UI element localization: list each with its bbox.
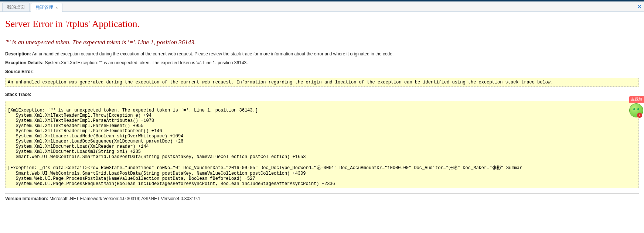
error-title: Server Error in '/tplus' Application.	[5, 18, 639, 32]
description-block: Description: An unhandled exception occu…	[5, 51, 639, 56]
version-label: Version Information:	[5, 196, 48, 201]
version-text: Microsoft .NET Framework Version:4.0.303…	[50, 196, 200, 201]
exception-details-block: Exception Details: System.Xml.XmlExcepti…	[5, 60, 639, 65]
exception-details-text: System.Xml.XmlException: '"' is an unexp…	[45, 60, 248, 65]
tab-bar: 我的桌面 凭证管理 × ✕	[0, 1, 644, 12]
error-subtitle: '"' is an unexpected token. The expected…	[5, 39, 639, 46]
description-text: An unhandled exception occurred during t…	[32, 51, 394, 56]
tab-label: 我的桌面	[7, 4, 25, 10]
tab-label: 凭证管理	[35, 4, 53, 11]
source-error-box: An unhandled exception was generated dur…	[5, 78, 639, 87]
tab-close-icon[interactable]: ×	[55, 6, 58, 10]
tab-desktop[interactable]: 我的桌面	[2, 3, 30, 11]
version-info: Version Information: Microsoft .NET Fram…	[5, 196, 639, 201]
tab-voucher-mgmt[interactable]: 凭证管理 ×	[31, 3, 62, 12]
stack-trace-label: Stack Trace:	[5, 92, 31, 97]
floating-help-badge[interactable]: 点我加 9	[629, 96, 644, 126]
description-label: Description:	[5, 51, 31, 56]
error-page-content: Server Error in '/tplus' Application. '"…	[0, 12, 644, 205]
stack-trace-box: [XmlException: '"' is an unexpected toke…	[5, 101, 639, 188]
badge-count: 9	[637, 113, 642, 118]
source-error-label: Source Error:	[5, 69, 34, 74]
separator	[5, 193, 639, 194]
exception-details-label: Exception Details:	[5, 60, 44, 65]
stack-trace-label-block: Stack Trace:	[5, 92, 639, 97]
badge-label: 点我加	[629, 96, 644, 103]
smiley-icon: 9	[629, 103, 643, 117]
source-error-label-block: Source Error:	[5, 69, 639, 74]
panel-close-icon[interactable]: ✕	[637, 4, 642, 10]
